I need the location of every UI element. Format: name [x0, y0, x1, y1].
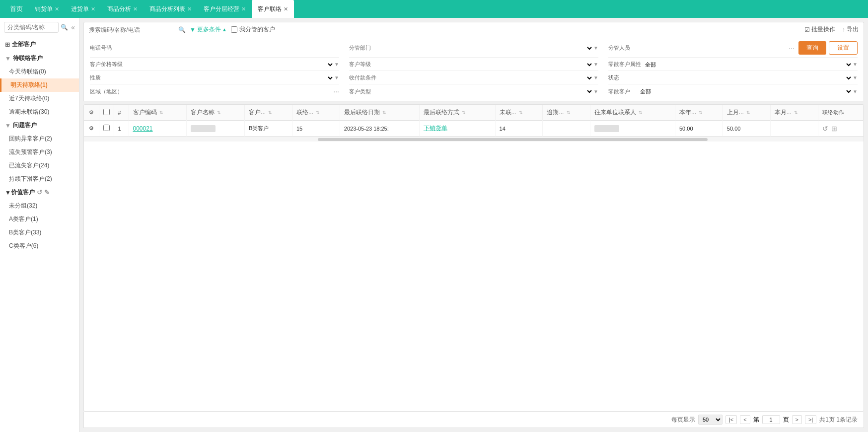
close-product-analysis-list-icon[interactable]: ✕	[187, 6, 192, 12]
col-code[interactable]: 客户编码 ⇅	[129, 105, 187, 121]
nav-home[interactable]: 首页	[4, 0, 29, 18]
sidebar-group-value[interactable]: ▼ 价值客户 ↺ ✎	[0, 186, 79, 199]
close-sales-order-icon[interactable]: ✕	[55, 6, 59, 12]
nav-customer-contact[interactable]: 客户联络 ✕	[252, 0, 294, 18]
sidebar-item-churned[interactable]: 已流失客户(24)	[0, 159, 79, 172]
col-checkbox[interactable]	[99, 105, 114, 121]
my-customers-checkbox[interactable]	[231, 26, 237, 33]
nav-product-analysis-list[interactable]: 商品分析列表 ✕	[144, 0, 198, 18]
nav-product-analysis[interactable]: 商品分析 ✕	[101, 0, 144, 18]
filter-dept-select[interactable]	[379, 45, 593, 52]
close-purchase-order-icon[interactable]: ✕	[91, 6, 95, 12]
refresh-icon[interactable]: ↺	[37, 189, 42, 196]
more-conditions-btn[interactable]: ▼ 更多条件 ▲	[190, 25, 227, 34]
export-btn[interactable]: ↑ 导出	[842, 25, 859, 34]
sidebar-item-c-class[interactable]: C类客户(6)	[0, 239, 79, 253]
page-number-input[interactable]	[762, 415, 780, 424]
edit-icon[interactable]: ✎	[44, 189, 50, 196]
dots-icon-manager[interactable]: ···	[789, 44, 795, 52]
row-checkbox[interactable]	[99, 121, 114, 137]
scrollbar-thumb[interactable]	[318, 138, 708, 141]
col-last-way[interactable]: 最后联络方式 ⇅	[419, 105, 495, 121]
filter-status-label: 状态	[608, 74, 638, 81]
row-last-month: 50.00	[723, 121, 770, 137]
next-page-btn[interactable]: >	[792, 415, 802, 424]
sidebar-all-customers[interactable]: ⊞ 全部客户	[0, 37, 79, 52]
filter-phone-input[interactable]	[125, 45, 339, 51]
sidebar-item-7days-contact[interactable]: 近7天待联络(0)	[0, 92, 79, 105]
grid-icon: ⊞	[5, 41, 10, 48]
filter-nature-select[interactable]	[125, 74, 334, 81]
filter-payment-select[interactable]	[379, 74, 593, 81]
row-code[interactable]: 000021	[129, 121, 187, 137]
sort-icon-last-way: ⇅	[462, 110, 466, 115]
sidebar-item-tomorrow-contact[interactable]: 明天待联络(1)	[0, 78, 79, 92]
sidebar-item-declining[interactable]: 持续下滑客户(2)	[0, 172, 79, 186]
col-this-month[interactable]: 本月... ⇅	[770, 105, 818, 121]
col-this-year[interactable]: 本年... ⇅	[675, 105, 723, 121]
sidebar-item-b-class[interactable]: B类客户(33)	[0, 226, 79, 239]
sidebar-item-overdue-contact[interactable]: 逾期未联络(30)	[0, 105, 79, 119]
triangle-icon-2: ▼	[5, 122, 11, 129]
chevron-down-icon-status: ▼	[853, 75, 858, 80]
first-page-btn[interactable]: |<	[725, 415, 737, 424]
row-select-checkbox[interactable]	[103, 125, 110, 131]
per-page-select[interactable]: 50 100 200	[698, 415, 723, 425]
search-icon[interactable]: 🔍	[178, 26, 186, 33]
col-uncontact[interactable]: 未联... ⇅	[495, 105, 543, 121]
sort-icon-cust-type: ⇅	[268, 110, 272, 115]
filter-payment-label: 收付款条件	[349, 74, 379, 81]
sidebar-item-today-contact[interactable]: 今天待联络(0)	[0, 65, 79, 78]
col-cust-type[interactable]: 客户... ⇅	[245, 105, 292, 121]
search-input[interactable]	[89, 26, 178, 33]
nav-customer-tier[interactable]: 客户分层经营 ✕	[198, 0, 252, 18]
sidebar-collapse-icon[interactable]: «	[71, 23, 75, 31]
set-button[interactable]: 设置	[829, 41, 858, 55]
horizontal-scrollbar[interactable]	[84, 137, 864, 142]
close-product-analysis-icon[interactable]: ✕	[133, 6, 138, 12]
row-last-way[interactable]: 下销货单	[419, 121, 495, 137]
filter-cust-level-select[interactable]	[379, 61, 593, 68]
filter-cust-type-select[interactable]	[379, 88, 593, 95]
sort-icon-last-month: ⇅	[746, 110, 750, 115]
nav-purchase-order[interactable]: 进货单 ✕	[65, 0, 101, 18]
row-name[interactable]	[187, 121, 245, 137]
sidebar-search-icon[interactable]: 🔍	[61, 24, 68, 31]
my-customers-checkbox-wrap: 我分管的客户	[231, 25, 275, 34]
filter-retail-select[interactable]: 全部	[638, 88, 853, 95]
col-name[interactable]: 客户名称 ⇅	[187, 105, 245, 121]
col-contacts[interactable]: 联络... ⇅	[292, 105, 340, 121]
filter-retail-attr-select[interactable]: 全部	[643, 61, 853, 68]
col-contacts2[interactable]: 往来单位联系人 ⇅	[590, 105, 675, 121]
row-action-icon-1[interactable]: ↺	[822, 125, 828, 133]
sidebar-item-a-class[interactable]: A类客户(1)	[0, 213, 79, 226]
sidebar-search-input[interactable]	[4, 22, 59, 33]
row-gear[interactable]: ⚙	[84, 121, 99, 137]
filter-price-level-select[interactable]	[125, 61, 334, 68]
col-last-date[interactable]: 最后联络日期 ⇅	[340, 105, 419, 121]
sidebar-item-repurchase-abnormal[interactable]: 回购异常客户(2)	[0, 132, 79, 145]
row-cust-type: B类客户	[245, 121, 292, 137]
col-gear[interactable]: ⚙	[84, 105, 99, 121]
sidebar-item-ungrouped[interactable]: 未分组(32)	[0, 199, 79, 213]
close-customer-contact-icon[interactable]: ✕	[284, 6, 288, 12]
row-action-icon-2[interactable]: ⊞	[831, 125, 837, 133]
col-overdue[interactable]: 逾期... ⇅	[543, 105, 590, 121]
chevron-down-icon-dept: ▼	[593, 45, 598, 51]
sidebar-search-bar: 🔍 «	[0, 18, 79, 37]
col-last-month[interactable]: 上月... ⇅	[723, 105, 770, 121]
nav-sales-order[interactable]: 销货单 ✕	[29, 0, 65, 18]
batch-action-btn[interactable]: ☑ 批量操作	[804, 25, 835, 34]
select-all-checkbox[interactable]	[103, 109, 110, 115]
prev-page-btn[interactable]: <	[740, 415, 750, 424]
sidebar-group-problem[interactable]: ▼ 问题客户	[0, 119, 79, 132]
filter-status-select[interactable]	[638, 74, 853, 81]
sidebar-group-pending[interactable]: ▼ 待联络客户	[0, 52, 79, 65]
filter-cust-level-label: 客户等级	[349, 61, 379, 68]
dots-icon-region[interactable]: ···	[333, 87, 339, 95]
query-button[interactable]: 查询	[798, 41, 826, 55]
sidebar-item-churn-warning[interactable]: 流失预警客户(3)	[0, 145, 79, 159]
filter-panel: 电话号码 分管部门 ▼ 分管人员 ··· 查询 设置	[83, 37, 864, 101]
last-page-btn[interactable]: >|	[805, 415, 816, 424]
close-customer-tier-icon[interactable]: ✕	[241, 6, 246, 12]
